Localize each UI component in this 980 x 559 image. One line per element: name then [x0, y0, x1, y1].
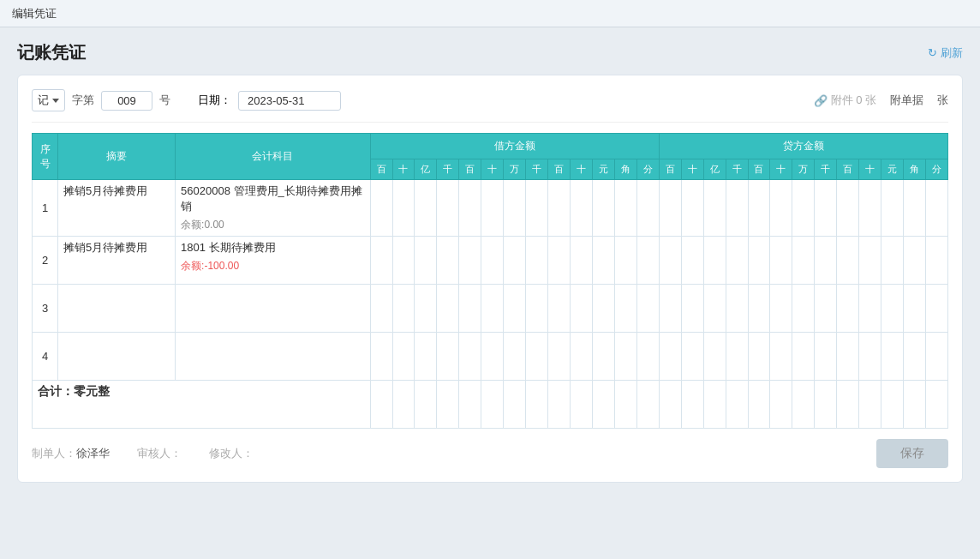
row3-c5[interactable]: [748, 285, 770, 333]
row2-d9[interactable]: [548, 237, 571, 285]
row3-c9[interactable]: [837, 285, 859, 333]
row4-d13[interactable]: [636, 333, 659, 381]
row2-c11[interactable]: [881, 237, 904, 285]
row3-d1[interactable]: [370, 285, 392, 333]
row1-d5[interactable]: [459, 180, 481, 237]
row2-d12[interactable]: [614, 237, 636, 285]
row1-c8[interactable]: [815, 180, 837, 237]
date-input[interactable]: [238, 91, 341, 111]
row3-d11[interactable]: [592, 285, 614, 333]
row1-d8[interactable]: [526, 180, 548, 237]
row4-d10[interactable]: [571, 333, 593, 381]
row4-d2[interactable]: [392, 333, 415, 381]
row2-d10[interactable]: [571, 237, 593, 285]
row2-d13[interactable]: [636, 237, 659, 285]
row3-summary[interactable]: [58, 285, 176, 333]
row4-c6[interactable]: [770, 333, 792, 381]
row2-d5[interactable]: [459, 237, 481, 285]
row3-d8[interactable]: [526, 285, 548, 333]
row2-c6[interactable]: [770, 237, 792, 285]
row4-d12[interactable]: [614, 333, 636, 381]
row2-c13[interactable]: [926, 237, 948, 285]
attach-button[interactable]: 🔗 附件 0 张: [814, 93, 876, 108]
row2-d3[interactable]: [415, 237, 437, 285]
row4-c2[interactable]: [681, 333, 703, 381]
row1-c1[interactable]: [659, 180, 681, 237]
row4-d7[interactable]: [504, 333, 526, 381]
row3-c2[interactable]: [681, 285, 703, 333]
row2-d6[interactable]: [481, 237, 504, 285]
row4-c3[interactable]: [703, 333, 726, 381]
row4-c10[interactable]: [859, 333, 881, 381]
attach-single-button[interactable]: 附单据: [890, 93, 923, 108]
row1-d11[interactable]: [592, 180, 614, 237]
row3-c10[interactable]: [859, 285, 881, 333]
row1-d12[interactable]: [614, 180, 636, 237]
row3-d13[interactable]: [636, 285, 659, 333]
row1-d1[interactable]: [370, 180, 392, 237]
row4-d9[interactable]: [548, 333, 571, 381]
row2-c1[interactable]: [659, 237, 681, 285]
row3-c7[interactable]: [792, 285, 815, 333]
row4-d4[interactable]: [437, 333, 459, 381]
row3-c1[interactable]: [659, 285, 681, 333]
row2-c8[interactable]: [815, 237, 837, 285]
row3-d7[interactable]: [504, 285, 526, 333]
row1-summary[interactable]: 摊销5月待摊费用: [58, 180, 176, 237]
row1-c10[interactable]: [859, 180, 881, 237]
row3-d9[interactable]: [548, 285, 571, 333]
row1-d7[interactable]: [504, 180, 526, 237]
row3-c13[interactable]: [926, 285, 948, 333]
row4-c13[interactable]: [926, 333, 948, 381]
row2-c7[interactable]: [792, 237, 815, 285]
row4-d11[interactable]: [592, 333, 614, 381]
row1-account[interactable]: 56020008 管理费用_长期待摊费用摊销 余额:0.00: [176, 180, 371, 237]
row1-d3[interactable]: [415, 180, 437, 237]
row1-d9[interactable]: [548, 180, 571, 237]
row3-c12[interactable]: [904, 285, 926, 333]
row3-d12[interactable]: [614, 285, 636, 333]
row2-c5[interactable]: [748, 237, 770, 285]
row4-c1[interactable]: [659, 333, 681, 381]
zi-di-input[interactable]: [101, 91, 152, 111]
row3-c3[interactable]: [703, 285, 726, 333]
row2-c2[interactable]: [681, 237, 703, 285]
row1-c2[interactable]: [681, 180, 703, 237]
row4-c4[interactable]: [726, 333, 748, 381]
row4-d6[interactable]: [481, 333, 504, 381]
row3-c4[interactable]: [726, 285, 748, 333]
row4-d8[interactable]: [526, 333, 548, 381]
row1-d2[interactable]: [392, 180, 415, 237]
row3-d10[interactable]: [571, 285, 593, 333]
row1-d13[interactable]: [636, 180, 659, 237]
row2-d1[interactable]: [370, 237, 392, 285]
row4-summary[interactable]: [58, 333, 176, 381]
row2-d11[interactable]: [592, 237, 614, 285]
row3-d2[interactable]: [392, 285, 415, 333]
row3-account[interactable]: [176, 285, 371, 333]
row3-d4[interactable]: [437, 285, 459, 333]
row4-c11[interactable]: [881, 333, 904, 381]
row2-d2[interactable]: [392, 237, 415, 285]
row3-c8[interactable]: [815, 285, 837, 333]
row4-d5[interactable]: [459, 333, 481, 381]
row2-summary[interactable]: 摊销5月待摊费用: [58, 237, 176, 285]
save-button[interactable]: 保存: [876, 439, 948, 468]
row4-c5[interactable]: [748, 333, 770, 381]
row2-c12[interactable]: [904, 237, 926, 285]
row3-d3[interactable]: [415, 285, 437, 333]
row4-account[interactable]: [176, 333, 371, 381]
row1-c11[interactable]: [881, 180, 904, 237]
row4-c8[interactable]: [815, 333, 837, 381]
row4-c12[interactable]: [904, 333, 926, 381]
row1-c12[interactable]: [904, 180, 926, 237]
row1-c5[interactable]: [748, 180, 770, 237]
row4-c7[interactable]: [792, 333, 815, 381]
row1-d6[interactable]: [481, 180, 504, 237]
row1-d10[interactable]: [571, 180, 593, 237]
row1-c7[interactable]: [792, 180, 815, 237]
row1-c3[interactable]: [703, 180, 726, 237]
row2-account[interactable]: 1801 长期待摊费用 余额:-100.00: [176, 237, 371, 285]
row1-c4[interactable]: [726, 180, 748, 237]
row4-c9[interactable]: [837, 333, 859, 381]
